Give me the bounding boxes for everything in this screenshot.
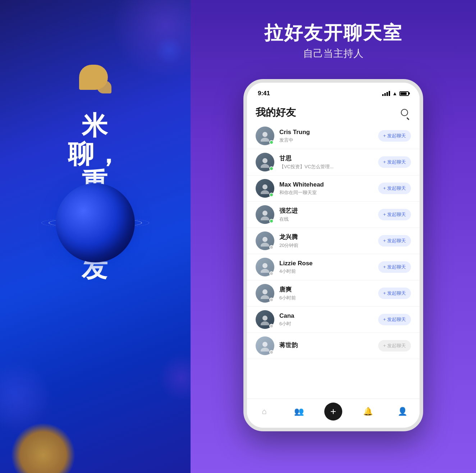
offline-indicator [269, 324, 274, 328]
svg-point-3 [261, 164, 269, 168]
svg-point-12 [262, 289, 267, 294]
contact-info: 龙兴腾 20分钟前 [279, 233, 373, 249]
svg-point-4 [262, 184, 267, 189]
avatar-wrap [256, 153, 274, 171]
offline-indicator [269, 350, 274, 354]
friends-header: 我的好友 [247, 100, 420, 123]
svg-point-13 [261, 295, 269, 299]
left-panel: 米 聊， 重 新 出 发 [0, 0, 191, 473]
avatar-wrap [256, 205, 274, 224]
svg-point-1 [261, 138, 269, 142]
offline-indicator [269, 271, 274, 276]
contact-name: 唐爽 [279, 285, 373, 294]
avatar-wrap [256, 231, 274, 250]
svg-point-6 [262, 211, 267, 216]
offline-indicator [269, 298, 274, 302]
svg-point-8 [262, 237, 267, 242]
contact-info: Lizzie Rose 4小时前 [279, 260, 373, 275]
contact-item: Cana 6小时 + 发起聊天 [247, 307, 420, 333]
contact-status: 发言中 [279, 137, 373, 143]
svg-point-2 [262, 158, 267, 163]
contact-name: Cris Trung [279, 129, 373, 136]
contact-status: 【VC投资】VC怎么管理... [279, 164, 373, 170]
avatar-wrap [256, 258, 274, 276]
blob-decoration-purple [158, 354, 191, 401]
wifi-icon: ▲ [392, 91, 397, 96]
contact-item: 唐爽 6小时前 + 发起聊天 [247, 280, 420, 307]
start-chat-button[interactable]: + 发起聊天 [378, 261, 411, 273]
avatar-wrap [256, 284, 274, 303]
online-indicator [269, 193, 274, 197]
contact-list: Cris Trung 发言中 + 发起聊天 甘思 【VC [247, 123, 420, 399]
tab-profile[interactable]: 👤 [390, 407, 415, 416]
contact-item: 龙兴腾 20分钟前 + 发起聊天 [247, 228, 420, 254]
contact-info: 甘思 【VC投资】VC怎么管理... [279, 154, 373, 170]
search-button[interactable] [398, 106, 411, 119]
contact-info: Max Whitehead 和你在同一聊天室 [279, 181, 373, 196]
contact-status: 6小时前 [279, 295, 373, 301]
svg-point-7 [261, 216, 269, 220]
status-bar: 9:41 ▲ [247, 83, 420, 100]
chat-icon [79, 65, 111, 93]
right-header-subtitle: 自己当主持人 [264, 47, 403, 60]
svg-point-16 [262, 342, 267, 347]
contact-status: 20分钟前 [279, 242, 373, 249]
blob-decoration-gold [11, 423, 75, 473]
contact-item: 强艺进 在线 + 发起聊天 [247, 202, 420, 228]
bell-icon: 🔔 [363, 407, 373, 416]
planet-decoration [49, 176, 142, 270]
profile-icon: 👤 [398, 407, 407, 416]
battery-icon [399, 91, 409, 96]
contact-name: Cana [279, 312, 373, 320]
svg-point-5 [261, 190, 269, 194]
search-icon [401, 109, 408, 116]
svg-point-17 [261, 348, 269, 352]
contact-info: Cana 6小时 [279, 312, 373, 327]
online-indicator [269, 219, 274, 223]
tab-home[interactable]: ⌂ [252, 407, 277, 416]
contact-item: Max Whitehead 和你在同一聊天室 + 发起聊天 [247, 175, 420, 202]
start-chat-button[interactable]: + 发起聊天 [378, 209, 411, 220]
avatar-wrap [256, 310, 274, 329]
tab-notifications[interactable]: 🔔 [355, 407, 380, 416]
contact-name: Lizzie Rose [279, 260, 373, 267]
contact-status: 在线 [279, 216, 373, 222]
tab-bar: ⌂ 👥 + 🔔 👤 [247, 399, 420, 428]
right-header: 拉好友开聊天室 自己当主持人 [264, 22, 403, 60]
svg-point-9 [261, 243, 269, 247]
online-indicator [269, 140, 274, 144]
home-icon: ⌂ [262, 407, 266, 416]
svg-point-10 [262, 263, 267, 268]
contact-info: 蒋世韵 [279, 341, 373, 350]
svg-point-11 [261, 269, 269, 273]
contact-name: 强艺进 [279, 207, 373, 215]
friends-icon: 👥 [294, 407, 304, 416]
start-chat-button[interactable]: + 发起聊天 [378, 183, 411, 194]
right-panel: 拉好友开聊天室 自己当主持人 9:41 ▲ [191, 0, 476, 473]
svg-point-14 [262, 316, 267, 321]
friends-title: 我的好友 [256, 106, 296, 119]
start-chat-button[interactable]: + 发起聊天 [378, 235, 411, 247]
start-chat-button[interactable]: + 发起聊天 [378, 156, 411, 168]
contact-item: Cris Trung 发言中 + 发起聊天 [247, 123, 420, 149]
contact-info: Cris Trung 发言中 [279, 129, 373, 143]
contact-name: 龙兴腾 [279, 233, 373, 241]
avatar-wrap [256, 179, 274, 198]
status-icons: ▲ [382, 91, 409, 96]
start-chat-button[interactable]: + 发起聊天 [378, 288, 411, 299]
contact-name: 蒋世韵 [279, 341, 373, 349]
contact-info: 唐爽 6小时前 [279, 285, 373, 301]
tab-add[interactable]: + [321, 403, 346, 421]
avatar-wrap [256, 336, 274, 355]
phone-content: 我的好友 Cr [247, 100, 420, 428]
contact-item: 甘思 【VC投资】VC怎么管理... + 发起聊天 [247, 149, 420, 175]
svg-point-0 [262, 132, 267, 137]
contact-status: 4小时前 [279, 268, 373, 275]
start-chat-button[interactable]: + 发起聊天 [378, 314, 411, 325]
signal-icon [382, 91, 390, 96]
contact-name: 甘思 [279, 154, 373, 162]
contact-item: Lizzie Rose 4小时前 + 发起聊天 [247, 254, 420, 280]
contact-name: Max Whitehead [279, 181, 373, 188]
start-chat-button[interactable]: + 发起聊天 [378, 130, 411, 142]
tab-friends[interactable]: 👥 [286, 407, 311, 416]
